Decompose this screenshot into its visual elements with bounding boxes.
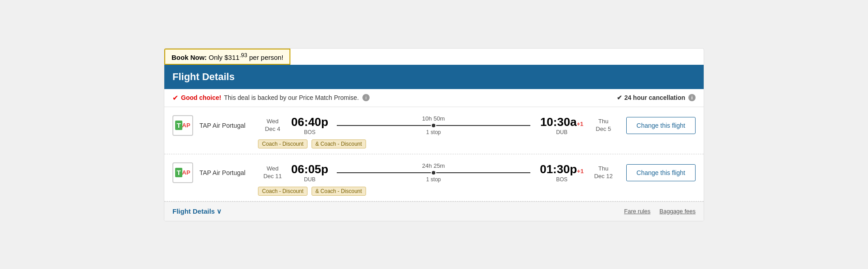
depart-date-1: WedDec 4 (258, 118, 287, 133)
baggage-fees-link[interactable]: Baggage fees (660, 208, 696, 215)
arrive-airport-1: DUB (535, 129, 589, 135)
depart-airport-2: DUB (287, 176, 332, 183)
stop-dot-2 (432, 171, 435, 175)
arrive-block-2: 01:30p+1 BOS (535, 162, 589, 183)
fare-rules-link[interactable]: Fare rules (624, 208, 651, 215)
flight-line-1 (337, 124, 530, 127)
stops-2: 1 stop (426, 176, 441, 183)
depart-block-1: 06:40p BOS (287, 115, 332, 135)
coach-tag-2b: & Coach - Discount (312, 187, 366, 196)
arrive-date-2: ThuDec 12 (589, 165, 618, 180)
footer-links: Fare rules Baggage fees (624, 208, 696, 215)
good-choice-description: This deal is backed by our Price Match P… (224, 94, 359, 101)
arrive-block-1: 10:30a+1 DUB (535, 115, 589, 135)
chevron-down-icon: ∨ (217, 207, 222, 215)
good-choice-label: Good choice! (181, 94, 221, 101)
arrive-date-1: ThuDec 5 (589, 118, 618, 133)
line-right-1 (436, 125, 530, 126)
flight-main-1: TAP TAP Air Portugal WedDec 4 06:40p BOS… (172, 115, 696, 136)
flight-details-card: Book Now: Only $311.93 per person! Fligh… (164, 48, 704, 221)
coach-tags-2: Coach - Discount & Coach - Discount (258, 187, 696, 196)
change-flight-button-2[interactable]: Change this flight (626, 164, 696, 181)
line-left-2 (337, 172, 431, 173)
good-choice-bar: ✔ Good choice! This deal is backed by ou… (164, 89, 704, 107)
page-title: Flight Details (172, 71, 696, 83)
depart-block-2: 06:05p DUB (287, 162, 332, 183)
flight-row-1: TAP TAP Air Portugal WedDec 4 06:40p BOS… (164, 107, 704, 154)
airline-logo-1: TAP (172, 115, 193, 136)
duration-1: 10h 50m (422, 115, 445, 122)
duration-2: 24h 25m (422, 162, 445, 169)
plus-one-2: +1 (577, 168, 584, 175)
price-superscript: .93 (240, 52, 247, 58)
cancellation-info-icon[interactable]: i (688, 94, 696, 101)
coach-tag-1b: & Coach - Discount (312, 139, 366, 148)
good-choice-checkmark: ✔ (172, 94, 178, 102)
coach-tag-2a: Coach - Discount (258, 187, 307, 196)
airline-logo-2: TAP (172, 162, 193, 183)
header-bar: Flight Details (164, 65, 704, 89)
flight-line-block-1: 10h 50m 1 stop (332, 115, 535, 135)
flight-line-block-2: 24h 25m 1 stop (332, 162, 535, 183)
line-right-2 (436, 172, 530, 173)
depart-time-2: 06:05p (287, 162, 332, 176)
airline-name-2: TAP Air Portugal (199, 169, 258, 176)
airline-name-1: TAP Air Portugal (199, 122, 258, 129)
good-choice-left: ✔ Good choice! This deal is backed by ou… (172, 94, 370, 102)
flight-details-link[interactable]: Flight Details ∨ (172, 207, 222, 215)
book-now-banner: Book Now: Only $311.93 per person! (164, 49, 704, 65)
arrive-time-1: 10:30a (540, 115, 577, 129)
coach-tags-1: Coach - Discount & Coach - Discount (258, 139, 696, 148)
arrive-airport-2: BOS (535, 176, 589, 183)
price-match-info-icon[interactable]: i (362, 94, 370, 101)
coach-tag-1a: Coach - Discount (258, 139, 307, 148)
cancellation-checkmark: ✔ (617, 94, 622, 101)
depart-time-1: 06:40p (287, 115, 332, 129)
line-left-1 (337, 125, 431, 126)
stop-dot-1 (432, 124, 435, 127)
arrive-time-2: 01:30p (540, 162, 577, 176)
flight-main-2: TAP TAP Air Portugal WedDec 11 06:05p DU… (172, 162, 696, 183)
flight-row-2: TAP TAP Air Portugal WedDec 11 06:05p DU… (164, 154, 704, 202)
plus-one-1: +1 (577, 121, 583, 127)
flight-line-2 (337, 171, 530, 175)
book-now-label: Book Now: (172, 54, 207, 61)
book-now-price: $311 (225, 54, 240, 61)
cancellation-text: 24 hour cancellation (624, 94, 685, 101)
depart-date-2: WedDec 11 (258, 165, 287, 180)
footer-bar: Flight Details ∨ Fare rules Baggage fees (164, 202, 704, 221)
change-flight-button-1[interactable]: Change this flight (626, 117, 696, 134)
cancellation-right: ✔ 24 hour cancellation i (617, 94, 696, 101)
book-now-text: Only $311.93 per person! (209, 54, 284, 61)
book-now-suffix: per person! (247, 54, 283, 61)
depart-airport-1: BOS (287, 129, 332, 135)
stops-1: 1 stop (426, 129, 441, 135)
flight-details-label: Flight Details (172, 207, 215, 215)
